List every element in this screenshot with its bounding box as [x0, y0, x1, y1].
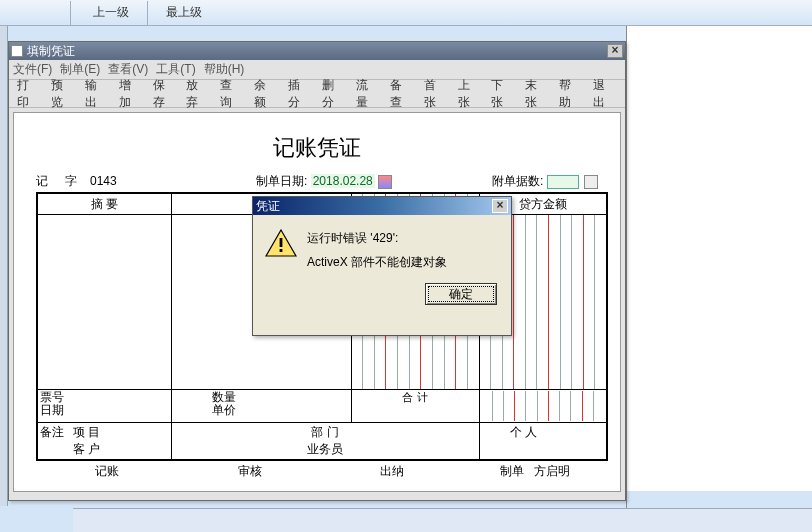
sig-bookkeep: 记账	[36, 463, 179, 480]
type-label-left: 记	[36, 174, 48, 188]
window-title: 填制凭证	[27, 43, 607, 60]
sig-cashier: 出纳	[321, 463, 464, 480]
sig-maker: 制单 方启明	[464, 463, 607, 480]
dialog-line1: 运行时错误 '429':	[307, 229, 447, 247]
doc-title: 记账凭证	[36, 133, 598, 163]
label-ticketno: 票号	[40, 390, 64, 404]
dialog-title: 凭证	[256, 198, 492, 215]
attach-count-input[interactable]	[547, 175, 579, 189]
prev-level-button[interactable]: 上一级	[75, 0, 147, 25]
tb-flow[interactable]: 流量	[354, 75, 382, 113]
label-price: 单价	[212, 403, 236, 417]
cell-person: 个 人	[479, 423, 607, 461]
label-ticketdate: 日期	[40, 403, 64, 417]
svg-rect-2	[280, 249, 283, 252]
sig-audit: 审核	[179, 463, 322, 480]
header-summary: 摘 要	[37, 193, 171, 215]
svg-rect-1	[280, 238, 283, 247]
top-level-button[interactable]: 最上级	[148, 0, 220, 25]
titlebar: 填制凭证 ×	[9, 42, 625, 60]
label-dept: 部 门	[311, 425, 338, 439]
tb-output[interactable]: 输出	[83, 75, 111, 113]
cell-total-label: 合 计	[351, 390, 479, 423]
tb-save[interactable]: 保存	[151, 75, 179, 113]
close-icon[interactable]: ×	[607, 44, 623, 58]
warning-icon	[265, 229, 297, 257]
tb-preview[interactable]: 预览	[49, 75, 77, 113]
label-qty: 数量	[212, 390, 236, 404]
label-project: 项 目	[73, 425, 100, 439]
dialog-close-icon[interactable]: ×	[492, 199, 508, 213]
dialog-message: 运行时错误 '429': ActiveX 部件不能创建对象	[307, 229, 447, 271]
type-label-right: 字	[65, 174, 77, 188]
tb-abandon[interactable]: 放弃	[184, 75, 212, 113]
tb-help[interactable]: 帮助	[557, 75, 585, 113]
cell-summary[interactable]	[37, 215, 171, 390]
label-customer: 客 户	[73, 442, 100, 456]
tb-exit[interactable]: 退出	[591, 75, 619, 113]
calendar-icon[interactable]	[378, 175, 392, 189]
attach-label: 附单据数:	[492, 174, 543, 188]
tb-last[interactable]: 末张	[523, 75, 551, 113]
cell-ticket: 票号 日期	[37, 390, 171, 423]
signature-row: 记账 审核 出纳 制单 方启明	[36, 463, 606, 480]
cell-remark: 备注 项 目 备注 客 户	[37, 423, 171, 461]
maker-name: 方启明	[534, 464, 570, 478]
tb-print[interactable]: 打印	[15, 75, 43, 113]
toolbar: 打印 预览 输出 增加 保存 放弃 查询 余额 插分 删分 流量 备查 首张 上…	[9, 80, 625, 108]
dialog-titlebar: 凭证 ×	[253, 197, 511, 215]
label-person: 个 人	[510, 425, 537, 439]
tb-insert[interactable]: 插分	[286, 75, 314, 113]
tb-add[interactable]: 增加	[117, 75, 145, 113]
dialog-line2: ActiveX 部件不能创建对象	[307, 253, 447, 271]
window-icon	[11, 45, 23, 57]
label-salesperson: 业务员	[307, 442, 343, 456]
doc-header: 记 字 0143 制单日期: 2018.02.28 附单据数:	[36, 173, 598, 190]
error-dialog: 凭证 × 运行时错误 '429': ActiveX 部件不能创建对象 确定	[252, 196, 512, 336]
label-remark: 备注	[40, 425, 64, 439]
tb-next[interactable]: 下张	[489, 75, 517, 113]
cell-qty: 数量 单价	[171, 390, 351, 423]
cell-dept: 部 门 业务员	[171, 423, 479, 461]
tb-balance[interactable]: 余额	[252, 75, 280, 113]
tb-prev[interactable]: 上张	[456, 75, 484, 113]
magnify-icon[interactable]	[584, 175, 598, 189]
date-label: 制单日期:	[256, 174, 307, 188]
cell-total-credit	[479, 390, 607, 423]
bottom-strip	[73, 508, 812, 532]
date-field[interactable]: 2018.02.28	[311, 174, 375, 188]
outer-toolbar: 上一级 最上级	[0, 0, 812, 26]
tb-delete[interactable]: 删分	[320, 75, 348, 113]
right-panel	[626, 26, 812, 512]
voucher-number[interactable]: 0143	[90, 174, 117, 188]
tb-lookup[interactable]: 备查	[388, 75, 416, 113]
ok-button[interactable]: 确定	[425, 283, 497, 305]
tb-first[interactable]: 首张	[422, 75, 450, 113]
tb-query[interactable]: 查询	[218, 75, 246, 113]
